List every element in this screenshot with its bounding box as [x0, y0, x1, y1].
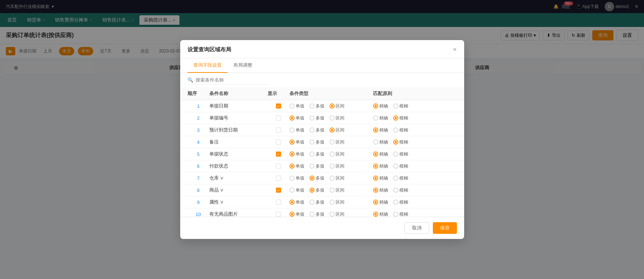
dialog-tab-layout[interactable]: 布局调整	[228, 58, 258, 73]
dialog-title: 设置查询区域布局	[187, 46, 231, 53]
settings-dialog: 设置查询区域布局 × 查询字段设置 布局调整 🔍 顺序 条件名称 显示	[180, 40, 464, 77]
dialog-search-area: 🔍	[180, 73, 464, 77]
dialog-close-btn[interactable]: ×	[453, 46, 457, 54]
dialog-tab-query-fields-label: 查询字段设置	[193, 62, 222, 68]
dialog-tabs: 查询字段设置 布局调整	[180, 58, 464, 73]
dialog-header: 设置查询区域布局 ×	[180, 40, 464, 58]
dialog-tab-layout-label: 布局调整	[233, 62, 252, 68]
dialog-tab-query-fields[interactable]: 查询字段设置	[187, 58, 228, 73]
modal-overlay: 设置查询区域布局 × 查询字段设置 布局调整 🔍 顺序 条件名称 显示	[0, 0, 644, 77]
